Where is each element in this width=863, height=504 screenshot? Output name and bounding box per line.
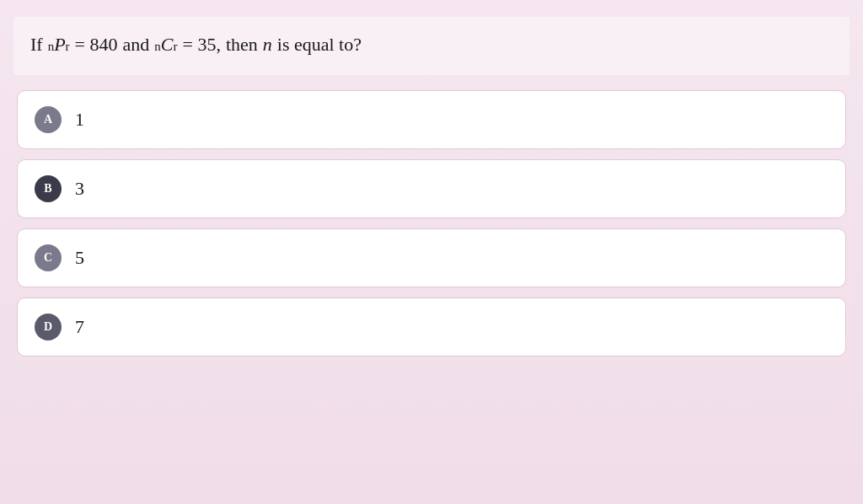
badge-d: D: [35, 314, 62, 340]
option-a-value: 1: [75, 109, 84, 131]
question-prefix: If: [30, 30, 43, 58]
conjunction: and: [123, 30, 150, 58]
option-d[interactable]: D 7: [17, 298, 846, 357]
expr2-eq: = 35,: [182, 30, 220, 58]
expr-ncr: nCr: [154, 30, 177, 58]
option-c-value: 5: [75, 247, 84, 269]
question-area: If nPr = 840 and nCr = 35, then n is equ…: [13, 17, 850, 75]
badge-a: A: [35, 106, 62, 133]
option-a[interactable]: A 1: [17, 90, 846, 149]
question-text: If nPr = 840 and nCr = 35, then n is equ…: [30, 30, 833, 58]
ncr-letter: C: [161, 30, 174, 58]
npr-letter: P: [54, 30, 65, 58]
expr1-eq: = 840: [75, 30, 118, 58]
badge-b: B: [35, 175, 62, 202]
option-b[interactable]: B 3: [17, 159, 846, 218]
suffix-post: is equal to?: [277, 30, 362, 58]
badge-c: C: [35, 244, 62, 271]
options-container: A 1 B 3 C 5 D 7: [13, 90, 850, 357]
option-d-value: 7: [75, 316, 84, 338]
suffix-pre: then: [226, 30, 258, 58]
expr-npr: nPr: [48, 30, 70, 58]
variable-n: n: [263, 30, 272, 58]
page-container: If nPr = 840 and nCr = 35, then n is equ…: [0, 0, 863, 504]
option-c[interactable]: C 5: [17, 228, 846, 287]
option-b-value: 3: [75, 178, 84, 200]
